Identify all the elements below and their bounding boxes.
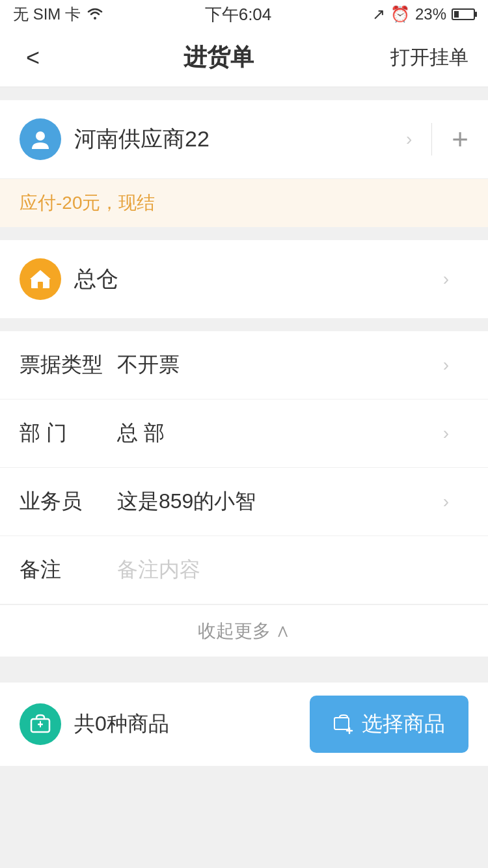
- supplier-divider: [431, 123, 432, 156]
- form-value-ticket: 不开票: [104, 351, 443, 379]
- svg-rect-3: [38, 282, 43, 288]
- alarm-icon: ⏰: [390, 5, 410, 23]
- bottom-bar: 共0种商品 选择商品: [0, 683, 488, 766]
- select-product-label: 选择商品: [362, 710, 445, 739]
- back-button[interactable]: <: [20, 38, 46, 78]
- section-gap-2: [0, 227, 488, 240]
- nav-bar: < 进货单 打开挂单: [0, 29, 488, 87]
- supplier-card: 河南供应商22 › + 应付-20元，现结: [0, 100, 488, 227]
- product-count: 共0种商品: [74, 710, 310, 739]
- form-section: 票据类型 不开票 › 部 门 总 部 › 业务员 这是859的小智 › 备注 备…: [0, 331, 488, 657]
- supplier-name: 河南供应商22: [74, 124, 406, 154]
- open-pending-button[interactable]: 打开挂单: [390, 44, 468, 71]
- section-gap-1: [0, 87, 488, 100]
- wifi-icon: [86, 5, 104, 23]
- warehouse-name: 总仓: [74, 264, 443, 294]
- status-time: 下午6:04: [205, 3, 272, 26]
- collapse-button[interactable]: 收起更多 ∧: [0, 604, 488, 657]
- ticket-chevron-icon: ›: [443, 355, 449, 375]
- supplier-chevron-icon: ›: [406, 129, 412, 150]
- battery-icon: [452, 8, 475, 20]
- form-value-dept: 总 部: [104, 419, 443, 448]
- svg-point-0: [36, 131, 45, 141]
- form-row-salesperson[interactable]: 业务员 这是859的小智 ›: [0, 468, 488, 536]
- form-value-remark[interactable]: 备注内容: [104, 556, 468, 584]
- warehouse-icon: [20, 258, 61, 300]
- status-right: ↗ ⏰ 23%: [372, 5, 475, 23]
- select-product-button[interactable]: 选择商品: [310, 696, 468, 753]
- form-value-salesperson: 这是859的小智: [104, 487, 443, 516]
- form-label-ticket: 票据类型: [20, 351, 104, 379]
- form-label-salesperson: 业务员: [20, 487, 104, 516]
- product-icon: [20, 703, 61, 745]
- supplier-avatar: [20, 118, 61, 160]
- location-icon: ↗: [372, 5, 385, 23]
- dept-chevron-icon: ›: [443, 423, 449, 444]
- form-row-ticket[interactable]: 票据类型 不开票 ›: [0, 331, 488, 400]
- main-content: 河南供应商22 › + 应付-20元，现结 总仓 ›: [0, 87, 488, 868]
- notice-bar: 应付-20元，现结: [0, 179, 488, 227]
- form-row-remark[interactable]: 备注 备注内容: [0, 536, 488, 604]
- warehouse-chevron-icon: ›: [443, 269, 449, 290]
- add-supplier-button[interactable]: +: [452, 125, 468, 154]
- section-gap-4: [0, 657, 488, 670]
- section-gap-3: [0, 318, 488, 331]
- svg-rect-6: [334, 718, 349, 729]
- form-label-dept: 部 门: [20, 419, 104, 448]
- salesperson-chevron-icon: ›: [443, 491, 449, 512]
- notice-text: 应付-20元，现结: [20, 193, 155, 213]
- status-bar: 无 SIM 卡 下午6:04 ↗ ⏰ 23%: [0, 0, 488, 29]
- collapse-label: 收起更多 ∧: [198, 619, 291, 644]
- supplier-row[interactable]: 河南供应商22 › +: [0, 100, 488, 179]
- warehouse-row[interactable]: 总仓 ›: [0, 240, 488, 318]
- form-label-remark: 备注: [20, 556, 104, 584]
- carrier-label: 无 SIM 卡: [13, 4, 81, 25]
- status-left: 无 SIM 卡: [13, 4, 104, 25]
- svg-marker-2: [30, 270, 51, 279]
- form-row-dept[interactable]: 部 门 总 部 ›: [0, 400, 488, 468]
- battery-pct: 23%: [415, 5, 446, 23]
- page-title: 进货单: [183, 42, 254, 74]
- warehouse-card[interactable]: 总仓 ›: [0, 240, 488, 318]
